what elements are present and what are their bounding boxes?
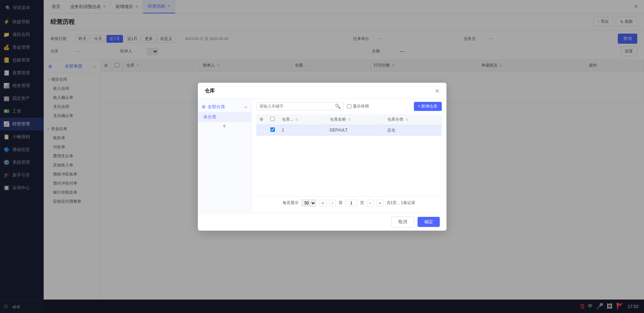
row-code-cell: DEFAULT xyxy=(326,125,384,135)
modal-th-name-label: 仓库名称 xyxy=(330,117,346,122)
modal-th-category-label: 仓库分类 xyxy=(387,117,403,122)
modal-per-page-label: 每页显示 xyxy=(283,200,299,206)
row-name-cell: 总仓 xyxy=(384,125,441,135)
modal-scroll-down: ▼ xyxy=(198,122,251,131)
modal-cancel-btn[interactable]: 取消 xyxy=(391,217,414,227)
row-id-cell: 1 xyxy=(278,125,327,135)
modal-header: 仓库 ✕ xyxy=(198,83,446,99)
modal-cat-unclassified[interactable]: 未分类 xyxy=(198,112,251,122)
warehouse-modal: 仓库 ✕ ⊞ 全部分类 « 未分类 ▼ xyxy=(198,83,446,231)
modal-table-wrap: ⚙ 仓库... ⇅ xyxy=(256,114,442,196)
modal-collapse-btn[interactable]: « xyxy=(245,104,247,110)
modal-title: 仓库 xyxy=(205,88,215,94)
modal-search-icon: 🔍 xyxy=(335,104,341,109)
modal-last-btn[interactable]: » xyxy=(376,200,384,206)
modal-page-suffix: 页 xyxy=(360,200,364,206)
modal-confirm-btn[interactable]: 确定 xyxy=(418,217,440,227)
modal-toolbar: 🔍 显示停用 + 新增仓库 xyxy=(256,102,442,111)
modal-show-disabled-wrap: 显示停用 xyxy=(347,104,369,109)
modal-settings-icon[interactable]: ⚙ xyxy=(260,117,263,122)
show-disabled-label: 显示停用 xyxy=(353,104,369,109)
modal-right-panel: 🔍 显示停用 + 新增仓库 ⚙ xyxy=(252,99,446,213)
modal-close-btn[interactable]: ✕ xyxy=(435,87,440,95)
modal-overlay: 仓库 ✕ ⊞ 全部分类 « 未分类 ▼ xyxy=(0,0,644,313)
add-warehouse-btn[interactable]: + 新增仓库 xyxy=(414,102,441,111)
modal-th-category: 仓库分类 ⇅ xyxy=(384,114,441,125)
modal-total: 共1页，1条记录 xyxy=(387,200,415,206)
modal-th-id-label: 仓库... xyxy=(282,117,293,122)
modal-footer-actions: 取消 确定 xyxy=(198,213,446,231)
modal-select-all[interactable] xyxy=(270,117,275,121)
row-settings-cell xyxy=(256,125,267,135)
modal-left-panel: ⊞ 全部分类 « 未分类 ▼ xyxy=(198,99,252,213)
modal-table-row[interactable]: 1 DEFAULT 总仓 xyxy=(256,125,442,135)
all-category-label: 全部分类 xyxy=(208,104,225,110)
modal-page-input[interactable] xyxy=(345,200,357,206)
all-category-icon: ⊞ xyxy=(202,104,206,109)
modal-th-checkbox xyxy=(267,114,278,125)
row-checkbox[interactable] xyxy=(270,127,275,132)
modal-search-wrap: 🔍 xyxy=(256,102,344,110)
modal-th-name: 仓库名称 ⇅ xyxy=(326,114,384,125)
modal-next-btn[interactable]: › xyxy=(367,200,374,206)
modal-category-scroll: 未分类 xyxy=(198,112,251,122)
modal-th-settings: ⚙ xyxy=(256,114,267,125)
modal-paging: 每页显示 50 « ‹ 算 页 › » 共1页，1条记录 xyxy=(256,196,442,209)
modal-first-btn[interactable]: « xyxy=(319,200,327,206)
modal-body: ⊞ 全部分类 « 未分类 ▼ 🔍 xyxy=(198,99,446,213)
modal-all-category[interactable]: ⊞ 全部分类 « xyxy=(198,102,251,112)
row-checkbox-cell xyxy=(267,125,278,135)
show-disabled-checkbox[interactable] xyxy=(347,104,351,109)
modal-per-page-select[interactable]: 50 xyxy=(301,199,316,207)
modal-search-input[interactable] xyxy=(259,104,335,109)
modal-table: ⚙ 仓库... ⇅ xyxy=(256,114,442,136)
modal-th-id: 仓库... ⇅ xyxy=(278,114,327,125)
modal-prev-btn[interactable]: ‹ xyxy=(329,200,336,206)
modal-page-prefix: 算 xyxy=(339,200,343,206)
